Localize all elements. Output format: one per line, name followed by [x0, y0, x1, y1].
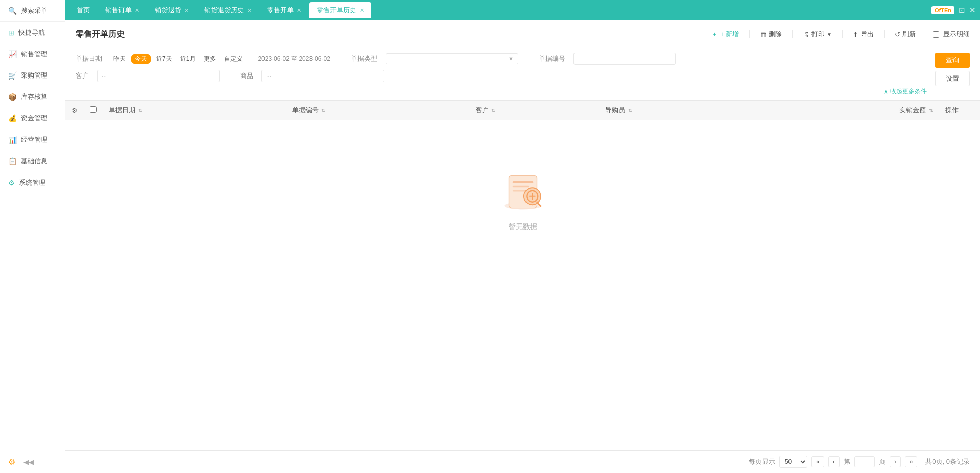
collapse-filter-btn[interactable]: ∧ 收起更多条件 — [883, 87, 927, 96]
close-retail-history-icon[interactable]: ✕ — [360, 7, 364, 14]
date-today[interactable]: 今天 — [131, 54, 151, 64]
sidebar-item-purchase-mgmt[interactable]: 🛒 采购管理 — [0, 65, 65, 86]
sidebar-item-label: 库存核算 — [21, 92, 47, 102]
col-actual-amount[interactable]: 实销金额 ⇅ — [756, 101, 939, 120]
date-more[interactable]: 更多 — [201, 54, 219, 64]
sidebar-item-sales-mgmt[interactable]: 📈 销售管理 — [0, 43, 65, 65]
date-yesterday[interactable]: 昨天 — [110, 54, 129, 64]
sidebar-item-finance[interactable]: 💰 资金管理 — [0, 108, 65, 129]
display-detail-input[interactable] — [933, 31, 939, 38]
config-icon[interactable]: ⚙ — [71, 107, 78, 114]
add-button[interactable]: ＋ + 新增 — [707, 28, 743, 41]
tab-bar-close-icon[interactable]: ✕ — [969, 6, 976, 15]
tab-bar-max-icon[interactable]: ⊡ — [959, 6, 965, 15]
collapse-icon: ∧ — [883, 88, 888, 95]
export-button[interactable]: ⬆ 导出 — [849, 28, 878, 41]
print-icon: 🖨 — [803, 31, 809, 38]
customer-select[interactable]: ··· — [97, 70, 220, 82]
doc-type-arrow-icon: ▼ — [508, 56, 514, 62]
col-doc-no-label: 单据编号 — [292, 106, 319, 114]
goods-select[interactable]: ··· — [261, 70, 384, 82]
export-icon: ⬆ — [853, 31, 858, 38]
tab-sales-return-history[interactable]: 销货退货历史 ✕ — [197, 2, 259, 18]
purchase-mgmt-icon: 🛒 — [8, 71, 17, 80]
date-label: 单据日期 — [76, 54, 102, 63]
empty-state: 暂无数据 — [65, 120, 980, 272]
sort-doc-date-icon[interactable]: ⇅ — [138, 108, 142, 113]
close-sales-order-icon[interactable]: ✕ — [135, 7, 139, 14]
page-input[interactable]: 1 — [854, 456, 875, 467]
print-button[interactable]: 🖨 打印 ▼ — [799, 28, 836, 41]
first-page-btn[interactable]: « — [811, 456, 824, 467]
refresh-button[interactable]: ↺ 刷新 — [891, 28, 920, 41]
tab-sales-order-label: 销售订单 — [105, 6, 132, 15]
operation-icon: 📊 — [8, 136, 17, 144]
filter-date-btns: 昨天 今天 近7天 近1月 更多 自定义 — [110, 54, 246, 64]
close-sales-return-history-icon[interactable]: ✕ — [247, 7, 252, 14]
date-last7[interactable]: 近7天 — [153, 54, 175, 64]
query-button[interactable]: 查询 — [935, 53, 970, 68]
sidebar-item-label: 基础信息 — [21, 157, 47, 166]
date-custom[interactable]: 自定义 — [221, 54, 246, 64]
goods-label: 商品 — [240, 71, 253, 81]
action-btns: 查询 设置 — [935, 53, 970, 86]
refresh-label: 刷新 — [902, 30, 916, 39]
doc-no-input[interactable] — [573, 53, 676, 65]
prev-page-btn[interactable]: ‹ — [828, 456, 840, 467]
delete-button[interactable]: 🗑 删除 — [756, 28, 786, 41]
sort-customer-icon[interactable]: ⇅ — [491, 108, 495, 113]
col-actual-amount-label: 实销金额 — [899, 106, 926, 114]
sales-mgmt-icon: 📈 — [8, 50, 17, 58]
sidebar-item-inventory[interactable]: 📦 库存核算 — [0, 86, 65, 108]
last-page-btn[interactable]: » — [905, 456, 918, 467]
sidebar-item-label: 采购管理 — [21, 71, 47, 80]
sidebar-item-label: 经营管理 — [21, 135, 47, 144]
tab-sales-order[interactable]: 销售订单 ✕ — [98, 2, 147, 18]
settings-icon[interactable]: ⚙ — [8, 457, 15, 467]
empty-icon-svg — [495, 161, 551, 217]
setting-button[interactable]: 设置 — [935, 71, 970, 86]
col-customer-label: 客户 — [475, 106, 489, 114]
tab-retail-history[interactable]: 零售开单历史 ✕ — [309, 2, 371, 18]
close-retail-open-icon[interactable]: ✕ — [297, 7, 301, 14]
tab-retail-open[interactable]: 零售开单 ✕ — [260, 2, 308, 18]
col-actions: 操作 — [939, 101, 980, 120]
empty-text: 暂无数据 — [509, 222, 537, 232]
sort-guide-icon[interactable]: ⇅ — [628, 108, 632, 113]
sort-doc-no-icon[interactable]: ⇅ — [321, 108, 325, 113]
often-badge[interactable]: OfTEn — [931, 6, 954, 14]
table-config-col[interactable]: ⚙ — [65, 101, 84, 120]
sort-actual-amount-icon[interactable]: ⇅ — [929, 108, 933, 113]
col-doc-date[interactable]: 单据日期 ⇅ — [103, 101, 286, 120]
sidebar-item-basic-info[interactable]: 📋 基础信息 — [0, 151, 65, 172]
col-guide[interactable]: 导购员 ⇅ — [599, 101, 756, 120]
filter-area: 单据日期 昨天 今天 近7天 近1月 更多 自定义 2023-06-02 至 2… — [65, 46, 980, 101]
display-detail-checkbox[interactable]: 显示明细 — [933, 30, 970, 39]
col-customer[interactable]: 客户 ⇅ — [469, 101, 600, 120]
sidebar-item-quick-nav[interactable]: ⊞ 快捷导航 — [0, 22, 65, 43]
date-last-month[interactable]: 近1月 — [177, 54, 199, 64]
close-sales-return-icon[interactable]: ✕ — [184, 7, 189, 14]
col-guide-label: 导购员 — [605, 106, 625, 114]
sidebar-item-sys-mgmt[interactable]: ⚙ 系统管理 — [0, 172, 65, 193]
toolbar-divider-3 — [842, 30, 843, 38]
tab-sales-return-label: 销货退货 — [155, 6, 181, 15]
tab-sales-return[interactable]: 销货退货 ✕ — [148, 2, 196, 18]
select-all-checkbox[interactable] — [90, 106, 97, 113]
per-page-select[interactable]: 50 10 20 100 — [779, 456, 807, 468]
basic-info-icon: 📋 — [8, 157, 17, 165]
sidebar-footer: ⚙ ◀◀ — [0, 451, 65, 473]
next-page-btn[interactable]: › — [890, 456, 901, 467]
svg-rect-2 — [512, 181, 533, 184]
doc-type-select[interactable]: ▼ — [386, 53, 518, 64]
main-content: 首页 销售订单 ✕ 销货退货 ✕ 销货退货历史 ✕ 零售开单 ✕ 零售开单历史 … — [65, 0, 980, 473]
table-check-col[interactable] — [84, 101, 103, 120]
doc-type-label: 单据类型 — [351, 54, 377, 63]
delete-label: 删除 — [769, 30, 782, 39]
tab-home[interactable]: 首页 — [69, 2, 97, 18]
tab-retail-open-label: 零售开单 — [267, 6, 294, 15]
sidebar-item-operation[interactable]: 📊 经营管理 — [0, 129, 65, 151]
sidebar-search[interactable]: 🔍 搜索采单 — [0, 0, 65, 22]
col-doc-no[interactable]: 单据编号 ⇅ — [286, 101, 469, 120]
collapse-sidebar-icon[interactable]: ◀◀ — [23, 458, 34, 466]
